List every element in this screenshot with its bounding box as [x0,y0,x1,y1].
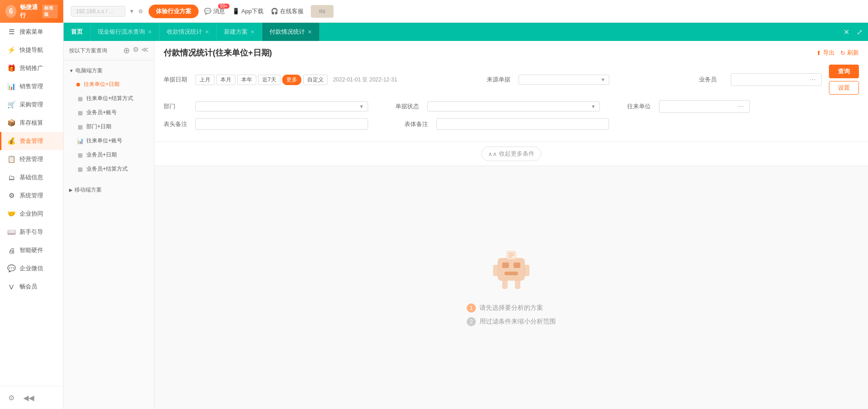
scheme-item-label-staff-date: 业务员+日期 [86,151,117,159]
sidebar-item-guide[interactable]: 📖 新手引导 [0,223,63,241]
expand-icon[interactable]: ⤢ [855,26,864,38]
scheme-item-staff-date[interactable]: ▦业务员+日期 [64,148,154,162]
query-btn[interactable]: 查询 [829,65,859,78]
sidebar-label-sales: 销售管理 [20,82,43,91]
online-service-item[interactable]: 🎧 在线客服 [271,7,304,15]
sidebar-label-purchase: 采购管理 [20,101,43,109]
tab-home[interactable]: 首页 [64,23,90,41]
tab-label-income-stat: 收款情况统计 [167,28,202,36]
avatar[interactable]: Rit [311,5,334,18]
sidebar-item-hardware[interactable]: 🖨 智能硬件 [0,241,63,259]
staff-select[interactable]: ··· [731,73,822,86]
sidebar-icon-system: ⚙ [7,191,16,200]
export-btn[interactable]: ⬆ 导出 [816,49,835,57]
action-btns-right: 查询 设置 [829,65,859,95]
sidebar-item-base-info[interactable]: 🗂 基础信息 [0,168,63,187]
body-note-input[interactable] [437,119,609,129]
scheme-item-label-staff-settle: 业务员+结算方式 [86,165,128,173]
scheme-item-unit-account[interactable]: 📊往来单位+账号 [64,134,154,148]
unit-select[interactable]: ··· [659,100,750,113]
sidebar: 6 畅捷通行 标准版 ☰ 搜索菜单 ⚡ 快捷导航 🎁 营销推广 📊 销售管理 🛒… [0,0,64,409]
sidebar-item-inventory[interactable]: 📦 库存核算 [0,114,63,132]
scheme-item-label-unit-settle: 往来单位+结算方式 [86,95,133,102]
message-icon: 💬 [204,8,211,15]
collapse-scheme-icon[interactable]: ≪ [141,45,149,56]
tab-new-plan[interactable]: 新建方案✕ [217,23,262,41]
sidebar-item-operations[interactable]: 📋 经营管理 [0,150,63,168]
sidebar-item-marketing[interactable]: 🎁 营销推广 [0,59,63,77]
sidebar-icon-marketing: 🎁 [7,64,16,73]
scheme-item-unit-date[interactable]: 往来单位+日期 [64,77,154,91]
scheme-item-dept-date[interactable]: ▦部门+日期 [64,120,154,134]
date-filter-row: 单据日期 上月 本月 本年 近7天 更多 自定义 2022-01-01 至 20… [164,65,859,95]
svg-rect-6 [502,280,508,289]
topbar: 192.168.x.x / ... ▼ ⚙ 体验行业方案 💬 消息 99+ 📱 … [64,0,868,23]
tab-income-stat[interactable]: 收款情况统计✕ [160,23,217,41]
result-area: 1 请先选择要分析的方案 2 用过滤条件来缩小分析范围 [155,166,868,409]
notes-filter-row: 表头备注 表体备注 [164,118,859,130]
collapse-sidebar-icon[interactable]: ◀◀ [22,391,35,404]
date-btn-custom[interactable]: 自定义 [303,75,328,85]
tab-close-new-plan[interactable]: ✕ [250,29,254,35]
sidebar-item-wechat[interactable]: 💬 企业微信 [0,259,63,278]
scheme-panel-actions: ⊕ ⚙ ≪ [123,45,149,56]
messages-item[interactable]: 💬 消息 99+ [204,7,225,15]
date-btn-this-year[interactable]: 本年 [237,75,256,85]
staff-label: 业务员 [699,76,731,84]
source-select[interactable]: ▼ [519,75,609,85]
sidebar-item-vip[interactable]: V 畅会员 [0,278,63,296]
scheme-section-title-desktop[interactable]: ▼电脑端方案 [64,64,154,77]
settings-btn[interactable]: 设置 [829,81,859,95]
sidebar-item-quick-nav[interactable]: ⚡ 快捷导航 [0,41,63,59]
scheme-item-staff-account[interactable]: ▦业务员+账号 [64,106,154,120]
date-btn-last-7-days[interactable]: 近7天 [258,75,280,85]
tab-label-new-plan: 新建方案 [224,28,248,36]
dept-select[interactable]: ▼ [195,101,368,111]
scheme-item-label-unit-date: 往来单位+日期 [84,81,120,88]
date-btn-last-month[interactable]: 上月 [195,75,215,85]
sidebar-item-sales[interactable]: 📊 销售管理 [0,77,63,96]
sidebar-label-search-menu: 搜索菜单 [20,28,43,36]
sidebar-item-system[interactable]: ⚙ 系统管理 [0,187,63,205]
scheme-section-title-mobile[interactable]: ▶移动端方案 [64,183,154,197]
tab-close-bank-flow[interactable]: ✕ [148,29,152,35]
scheme-item-unit-settle[interactable]: ▦往来单位+结算方式 [64,91,154,106]
scheme-item-staff-settle[interactable]: ▦业务员+结算方式 [64,162,154,176]
date-btn-this-month[interactable]: 本月 [216,75,235,85]
tab-close-payment-stat[interactable]: ✕ [308,29,312,35]
header-note-input[interactable] [196,119,368,129]
scheme-panel: 按以下方案查询 ⊕ ⚙ ≪ ▼电脑端方案往来单位+日期▦往来单位+结算方式▦业务… [64,41,155,409]
service-icon: 🎧 [271,8,278,15]
settings-scheme-icon[interactable]: ⚙ [133,45,139,56]
app-label: App下载 [241,7,264,15]
add-scheme-icon[interactable]: ⊕ [123,45,130,56]
trial-btn[interactable]: 体验行业方案 [149,5,199,18]
sidebar-item-purchase[interactable]: 🛒 采购管理 [0,96,63,114]
active-dot-unit-date [76,83,80,86]
collapse-btn[interactable]: ∧∧ 收起更多条件 [481,146,541,161]
sidebar-item-search-menu[interactable]: ☰ 搜索菜单 [0,23,63,41]
topbar-dropdown-icon[interactable]: ▼ [129,8,135,15]
sidebar-label-base-info: 基础信息 [20,173,43,182]
date-range-text: 2022-01-01 至 2022-12-31 [333,76,397,84]
refresh-btn[interactable]: ↻ 刷新 [840,49,859,57]
empty-illustration [484,249,539,294]
main-content: 192.168.x.x / ... ▼ ⚙ 体验行业方案 💬 消息 99+ 📱 … [64,0,868,409]
close-tab-icon[interactable]: ✕ [842,26,851,38]
scheme-item-label-staff-account: 业务员+账号 [86,109,117,116]
doc-status-select[interactable]: ▼ [427,101,600,111]
tab-close-income-stat[interactable]: ✕ [205,29,209,35]
sidebar-item-finance[interactable]: 💰 资金管理 [0,132,63,150]
sidebar-footer: ⚙ ◀◀ [0,386,63,409]
date-btn-more[interactable]: 更多 [282,75,301,85]
tabs-actions: ✕ ⤢ [842,26,868,38]
tab-bank-flow[interactable]: 现金银行流水查询✕ [90,23,160,41]
sidebar-icon-cooperation: 🤝 [7,209,16,218]
topbar-settings-icon[interactable]: ⚙ [138,8,143,15]
settings-footer-icon[interactable]: ⚙ [5,391,18,404]
service-label: 在线客服 [280,7,304,15]
scheme-section-arrow-desktop: ▼ [69,68,74,73]
sidebar-item-cooperation[interactable]: 🤝 企业协同 [0,205,63,223]
tab-payment-stat[interactable]: 付款情况统计✕ [262,23,319,41]
app-download-item[interactable]: 📱 App下载 [232,7,264,15]
